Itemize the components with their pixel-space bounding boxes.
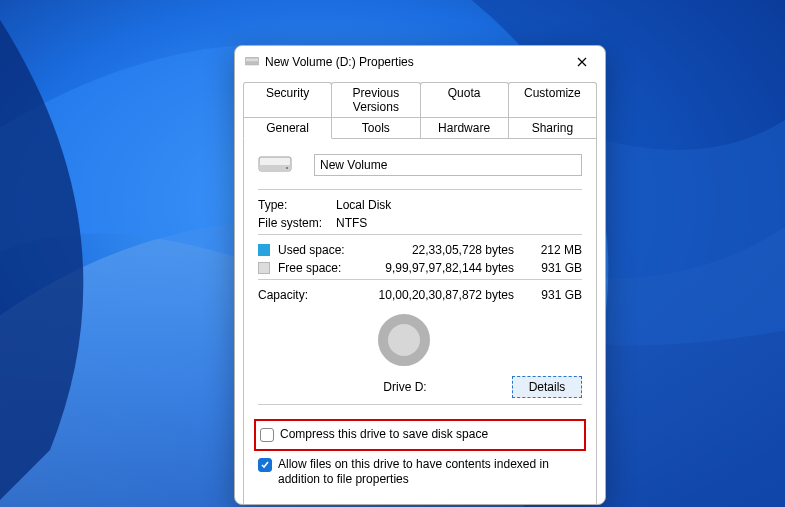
details-button[interactable]: Details xyxy=(512,376,582,398)
index-checkbox[interactable] xyxy=(258,458,272,472)
usage-pie-chart xyxy=(378,314,430,366)
tab-customize[interactable]: Customize xyxy=(508,82,597,117)
used-space-swatch xyxy=(258,244,270,256)
type-value: Local Disk xyxy=(336,198,391,212)
type-label: Type: xyxy=(258,198,336,212)
free-space-size: 931 GB xyxy=(532,261,582,275)
tab-sharing[interactable]: Sharing xyxy=(508,117,597,139)
free-space-bytes: 9,99,97,97,82,144 bytes xyxy=(358,261,532,275)
tab-hardware[interactable]: Hardware xyxy=(420,117,509,139)
close-button[interactable] xyxy=(567,51,597,73)
used-space-label: Used space: xyxy=(278,243,358,257)
used-space-bytes: 22,33,05,728 bytes xyxy=(358,243,532,257)
divider xyxy=(258,234,582,235)
titlebar: New Volume (D:) Properties xyxy=(235,46,605,74)
compress-checkbox[interactable] xyxy=(260,428,274,442)
free-space-swatch xyxy=(258,262,270,274)
drive-large-icon xyxy=(258,153,292,177)
free-space-label: Free space: xyxy=(278,261,358,275)
compress-checkbox-row[interactable]: Compress this drive to save disk space xyxy=(260,427,578,443)
tab-security[interactable]: Security xyxy=(243,82,332,117)
capacity-bytes: 10,00,20,30,87,872 bytes xyxy=(358,288,532,302)
svg-rect-2 xyxy=(245,61,259,65)
drive-icon xyxy=(245,55,259,69)
tabs: Security Previous Versions Quota Customi… xyxy=(243,82,597,139)
divider xyxy=(258,279,582,280)
tab-tools[interactable]: Tools xyxy=(331,117,420,139)
divider xyxy=(258,189,582,190)
index-checkbox-row[interactable]: Allow files on this drive to have conten… xyxy=(258,457,582,488)
checkbox-checked-icon xyxy=(258,458,272,472)
highlight-annotation: Compress this drive to save disk space xyxy=(254,419,586,451)
capacity-label: Capacity: xyxy=(258,288,358,302)
checkbox-unchecked-icon xyxy=(260,428,274,442)
tab-general[interactable]: General xyxy=(243,117,332,139)
index-label: Allow files on this drive to have conten… xyxy=(278,457,582,488)
close-icon xyxy=(577,57,587,67)
tab-previous-versions[interactable]: Previous Versions xyxy=(331,82,420,117)
divider xyxy=(258,404,582,405)
volume-name-input[interactable] xyxy=(314,154,582,176)
used-space-size: 212 MB xyxy=(532,243,582,257)
compress-label: Compress this drive to save disk space xyxy=(280,427,488,443)
svg-point-5 xyxy=(286,167,288,169)
capacity-size: 931 GB xyxy=(532,288,582,302)
tab-content-general: Type: Local Disk File system: NTFS Used … xyxy=(243,138,597,505)
filesystem-label: File system: xyxy=(258,216,336,230)
filesystem-value: NTFS xyxy=(336,216,367,230)
drive-label: Drive D: xyxy=(298,380,512,394)
tab-quota[interactable]: Quota xyxy=(420,82,509,117)
properties-dialog: New Volume (D:) Properties Security Prev… xyxy=(234,45,606,505)
window-title: New Volume (D:) Properties xyxy=(265,55,567,69)
